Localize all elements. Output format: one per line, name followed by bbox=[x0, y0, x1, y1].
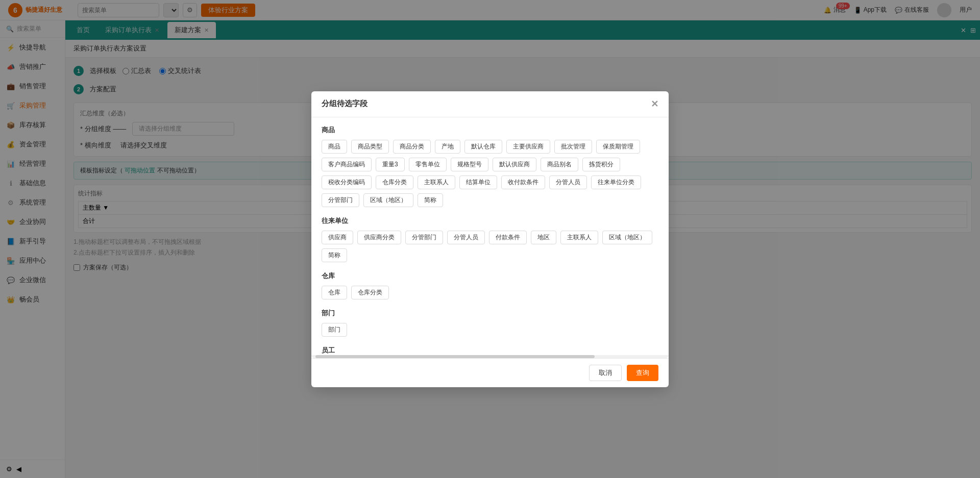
field-tag-0-1[interactable]: 商品类型 bbox=[351, 140, 389, 154]
modal-close-button[interactable]: ✕ bbox=[651, 98, 658, 110]
field-tag-1-5[interactable]: 地区 bbox=[531, 231, 556, 244]
field-tag-0-2[interactable]: 商品分类 bbox=[393, 140, 431, 154]
field-tag-1-0[interactable]: 供应商 bbox=[322, 231, 353, 244]
confirm-button[interactable]: 查询 bbox=[627, 365, 658, 381]
field-tag-1-8[interactable]: 简称 bbox=[322, 248, 347, 262]
modal-overlay: 分组待选字段 ✕ 商品商品商品类型商品分类产地默认仓库主要供应商批次管理保质期管… bbox=[0, 0, 980, 478]
field-tag-0-21[interactable]: 往来单位分类 bbox=[591, 175, 641, 189]
field-section-0: 商品商品商品类型商品分类产地默认仓库主要供应商批次管理保质期管理客户商品编码重量… bbox=[322, 125, 658, 207]
field-tag-0-7[interactable]: 保质期管理 bbox=[596, 140, 640, 154]
field-tag-1-3[interactable]: 分管人员 bbox=[447, 231, 485, 244]
field-tag-0-0[interactable]: 商品 bbox=[322, 140, 347, 154]
field-tag-0-12[interactable]: 默认供应商 bbox=[493, 158, 536, 171]
field-tag-2-1[interactable]: 仓库分类 bbox=[351, 286, 389, 299]
field-tag-2-0[interactable]: 仓库 bbox=[322, 286, 347, 299]
field-tag-0-20[interactable]: 分管人员 bbox=[549, 175, 587, 189]
field-tag-0-5[interactable]: 主要供应商 bbox=[506, 140, 550, 154]
field-tag-0-18[interactable]: 结算单位 bbox=[459, 175, 497, 189]
field-tag-0-4[interactable]: 默认仓库 bbox=[464, 140, 502, 154]
field-tag-0-24[interactable]: 简称 bbox=[418, 193, 443, 207]
field-tag-0-8[interactable]: 客户商品编码 bbox=[322, 158, 372, 171]
field-section-4: 员工业务员 bbox=[322, 346, 658, 355]
field-tag-1-6[interactable]: 主联系人 bbox=[560, 231, 598, 244]
field-tag-0-22[interactable]: 分管部门 bbox=[322, 193, 359, 207]
field-tag-1-4[interactable]: 付款条件 bbox=[489, 231, 527, 244]
field-tag-0-15[interactable]: 税收分类编码 bbox=[322, 175, 372, 189]
modal-footer: 取消 查询 bbox=[311, 358, 669, 387]
field-tag-0-19[interactable]: 收付款条件 bbox=[501, 175, 545, 189]
modal: 分组待选字段 ✕ 商品商品商品类型商品分类产地默认仓库主要供应商批次管理保质期管… bbox=[311, 91, 669, 387]
field-tags-1: 供应商供应商分类分管部门分管人员付款条件地区主联系人区域（地区）简称 bbox=[322, 231, 658, 262]
section-title-2: 仓库 bbox=[322, 271, 658, 281]
field-tags-3: 部门 bbox=[322, 323, 658, 337]
field-tag-0-23[interactable]: 区域（地区） bbox=[363, 193, 413, 207]
field-tag-0-3[interactable]: 产地 bbox=[435, 140, 460, 154]
field-tag-0-16[interactable]: 仓库分类 bbox=[376, 175, 413, 189]
field-tag-1-1[interactable]: 供应商分类 bbox=[357, 231, 401, 244]
field-section-2: 仓库仓库仓库分类 bbox=[322, 271, 658, 299]
modal-title: 分组待选字段 bbox=[322, 99, 368, 109]
field-tag-0-17[interactable]: 主联系人 bbox=[418, 175, 455, 189]
field-tag-0-14[interactable]: 拣货积分 bbox=[582, 158, 620, 171]
field-tag-0-10[interactable]: 零售单位 bbox=[409, 158, 447, 171]
section-title-3: 部门 bbox=[322, 309, 658, 318]
field-tag-1-7[interactable]: 区域（地区） bbox=[602, 231, 652, 244]
field-tag-0-11[interactable]: 规格型号 bbox=[451, 158, 488, 171]
field-tag-0-6[interactable]: 批次管理 bbox=[554, 140, 592, 154]
modal-body[interactable]: 商品商品商品类型商品分类产地默认仓库主要供应商批次管理保质期管理客户商品编码重量… bbox=[311, 117, 669, 355]
field-section-3: 部门部门 bbox=[322, 309, 658, 337]
field-section-1: 往来单位供应商供应商分类分管部门分管人员付款条件地区主联系人区域（地区）简称 bbox=[322, 216, 658, 262]
section-title-1: 往来单位 bbox=[322, 216, 658, 225]
cancel-button[interactable]: 取消 bbox=[589, 365, 622, 381]
field-tags-0: 商品商品类型商品分类产地默认仓库主要供应商批次管理保质期管理客户商品编码重量3零… bbox=[322, 140, 658, 207]
field-tags-2: 仓库仓库分类 bbox=[322, 286, 658, 299]
field-tag-0-9[interactable]: 重量3 bbox=[376, 158, 405, 171]
modal-header: 分组待选字段 ✕ bbox=[311, 91, 669, 117]
field-tag-1-2[interactable]: 分管部门 bbox=[405, 231, 443, 244]
section-title-4: 员工 bbox=[322, 346, 658, 355]
field-tag-0-13[interactable]: 商品别名 bbox=[541, 158, 578, 171]
field-tag-3-0[interactable]: 部门 bbox=[322, 323, 347, 337]
section-title-0: 商品 bbox=[322, 125, 658, 135]
